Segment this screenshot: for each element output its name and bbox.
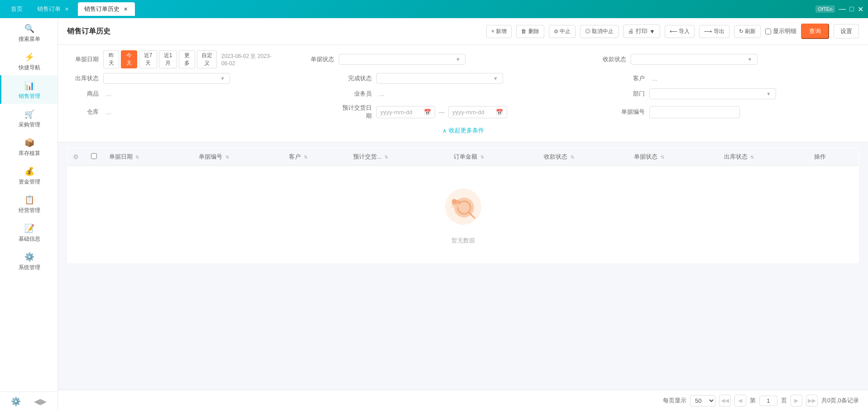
window-close-btn[interactable]: ✕ <box>858 5 863 14</box>
th-shipment-label: 出库状态 <box>724 153 748 160</box>
completion-status-select[interactable]: ▼ <box>376 73 503 84</box>
customer-label: 客户 <box>613 74 649 82</box>
delivery-date-from[interactable]: yyyy-mm-dd 📅 <box>376 106 435 118</box>
th-amount[interactable]: 订单金额 ⇅ <box>448 148 538 166</box>
first-page-btn[interactable]: ◀◀ <box>719 395 731 406</box>
show-detail-checkbox[interactable]: 显示明细 <box>765 27 796 35</box>
sidebar-item-funds-mgmt[interactable]: 💰 资金管理 <box>0 161 58 189</box>
th-number[interactable]: 单据编号 ⇅ <box>193 148 283 166</box>
date-separator: — <box>437 109 446 116</box>
th-delivery-sort-icon: ⇅ <box>384 155 388 160</box>
settings-button[interactable]: 设置 <box>834 24 859 39</box>
sidebar-bottom-settings-icon[interactable]: ⚙️ <box>11 396 21 406</box>
th-shipment[interactable]: 出库状态 ⇅ <box>719 148 809 166</box>
date-filter-label: 单据日期 <box>67 55 103 63</box>
sidebar-item-ops-mgmt[interactable]: 📋 经营管理 <box>0 189 58 218</box>
show-detail-input[interactable] <box>765 29 771 34</box>
department-select[interactable]: ▼ <box>649 88 776 99</box>
cancel-stop-button[interactable]: ◎ 取消中止 <box>580 25 619 38</box>
tab-sales-order-label: 销售订单 <box>37 5 61 13</box>
per-page-select[interactable]: 50 10 20 100 <box>690 395 715 406</box>
th-customer-label: 客户 <box>289 153 301 160</box>
payment-status-select[interactable]: ▼ <box>631 54 758 65</box>
tab-sales-order-close[interactable]: ✕ <box>63 6 70 12</box>
th-customer[interactable]: 客户 ⇅ <box>283 148 348 166</box>
th-bill-status-sort-icon: ⇅ <box>661 155 664 160</box>
print-button[interactable]: 🖨 打印 ▼ <box>623 24 660 38</box>
delete-button[interactable]: 🗑 删除 <box>516 25 544 38</box>
table-settings-icon[interactable]: ⚙ <box>73 153 79 160</box>
query-button[interactable]: 查询 <box>801 24 829 39</box>
table-area: ⚙ 单据日期 ⇅ 单据编号 ⇅ <box>58 142 868 390</box>
sidebar-bottom-expand-icon[interactable]: ◀▶ <box>34 396 47 406</box>
export-button[interactable]: ⟶ 导出 <box>699 25 729 38</box>
import-button[interactable]: ⟵ 导入 <box>665 25 695 38</box>
search-menu-icon: 🔍 <box>24 24 34 34</box>
sidebar-item-search-menu[interactable]: 🔍 搜索菜单 <box>0 18 58 47</box>
customer-dots[interactable]: ... <box>649 74 660 83</box>
product-dots[interactable]: ... <box>103 89 114 98</box>
date-btn-today[interactable]: 昨天 <box>103 50 119 68</box>
th-settings: ⚙ <box>67 148 86 166</box>
th-payment-sort-icon: ⇅ <box>571 155 574 160</box>
warehouse-label: 仓库 <box>67 108 103 116</box>
window-min-btn[interactable]: — <box>839 5 846 13</box>
sidebar-item-quick-nav[interactable]: ⚡ 快捷导航 <box>0 47 58 75</box>
bill-status-label: 单据状态 <box>302 55 339 63</box>
th-bill-status[interactable]: 单据状态 ⇅ <box>628 148 719 166</box>
payment-status-arrow-icon: ▼ <box>748 57 753 62</box>
sidebar-item-sys-mgmt[interactable]: ⚙️ 系统管理 <box>0 247 58 275</box>
sidebar-item-basic-info[interactable]: 📝 基础信息 <box>0 218 58 247</box>
table-header-row: ⚙ 单据日期 ⇅ 单据编号 ⇅ <box>67 148 859 166</box>
bill-status-select[interactable]: ▼ <box>339 54 465 65</box>
collapse-more-btn[interactable]: ∧ 收起更多条件 <box>67 125 859 136</box>
date-btn-3days[interactable]: 今天 <box>121 50 137 68</box>
empty-state-cell: 暂无数据 <box>67 166 859 263</box>
stop-button[interactable]: ⊘ 中止 <box>549 25 575 38</box>
tab-sales-order-history-close[interactable]: ✕ <box>122 6 129 12</box>
th-date[interactable]: 单据日期 ⇅ <box>104 148 194 166</box>
date-btn-7days[interactable]: 近7天 <box>139 50 157 68</box>
tab-home[interactable]: 首页 <box>5 2 29 16</box>
sales-mgmt-icon: 📊 <box>24 81 34 91</box>
shipment-status-select[interactable]: ▼ <box>103 73 230 84</box>
tab-sales-order[interactable]: 销售订单 ✕ <box>31 2 76 16</box>
empty-row: 暂无数据 <box>67 166 859 263</box>
th-number-sort-icon: ⇅ <box>225 155 229 160</box>
sidebar-item-quick-nav-label: 快捷导航 <box>19 64 40 72</box>
payment-status-label: 收款状态 <box>595 55 631 63</box>
new-button[interactable]: + 新增 <box>486 25 512 38</box>
bill-number-input[interactable] <box>649 106 740 118</box>
delivery-date-from-text: yyyy-mm-dd <box>380 109 412 116</box>
bill-status-control: ▼ <box>339 54 567 65</box>
window-max-btn[interactable]: □ <box>849 5 854 13</box>
warehouse-dots[interactable]: ... <box>103 107 114 116</box>
sidebar-item-inventory-calc[interactable]: 📦 库存核算 <box>0 132 58 161</box>
date-btn-custom[interactable]: 自定义 <box>197 50 217 68</box>
next-page-btn[interactable]: ▶ <box>791 395 802 406</box>
page-number-input[interactable] <box>759 396 777 406</box>
filter-row-4: 仓库 ... 预计交货日期 yyyy-mm-dd 📅 — yyyy-mm-dd … <box>67 104 859 120</box>
salesperson-dots[interactable]: ... <box>376 89 387 98</box>
th-payment-label: 收款状态 <box>544 153 567 160</box>
date-btn-1month[interactable]: 近1月 <box>159 50 177 68</box>
refresh-button[interactable]: ↻ 刷新 <box>734 25 761 38</box>
payment-status-control: ▼ <box>631 54 859 65</box>
page-header: 销售订单历史 + 新增 🗑 删除 ⊘ 中止 ◎ 取消中止 🖨 打印 ▼ ⟵ 导入… <box>58 18 868 45</box>
tab-sales-order-history[interactable]: 销售订单历史 ✕ <box>78 2 135 16</box>
sidebar-item-sales-mgmt[interactable]: 📊 销售管理 <box>0 75 58 104</box>
last-page-btn[interactable]: ▶▶ <box>806 395 818 406</box>
th-actions: 操作 <box>809 148 859 166</box>
completion-status-arrow-icon: ▼ <box>493 76 498 81</box>
collapse-icon: ∧ <box>442 127 447 134</box>
sidebar-item-purchase-mgmt[interactable]: 🛒 采购管理 <box>0 104 58 132</box>
often-badge: OfTEn <box>815 5 835 13</box>
select-all-checkbox[interactable] <box>91 153 97 159</box>
date-btn-more[interactable]: 更多 <box>179 50 195 68</box>
delivery-date-to[interactable]: yyyy-mm-dd 📅 <box>448 106 507 118</box>
prev-page-btn[interactable]: ◀ <box>734 395 746 406</box>
sidebar-item-sales-mgmt-label: 销售管理 <box>19 92 40 100</box>
department-arrow-icon: ▼ <box>766 91 771 97</box>
th-payment[interactable]: 收款状态 ⇅ <box>538 148 628 166</box>
th-delivery[interactable]: 预计交货... ⇅ <box>348 148 449 166</box>
